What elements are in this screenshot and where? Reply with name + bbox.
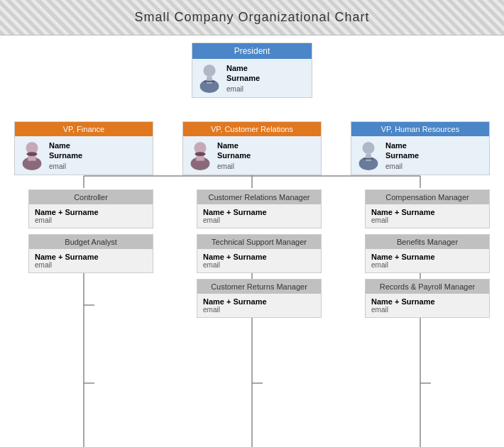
- vp-finance-email: email: [49, 162, 82, 170]
- managers-level: Controller Name + Surname email Budget A…: [14, 189, 490, 318]
- cr-manager-name: Name + Surname: [203, 208, 315, 216]
- chart-container: Small Company Organizational Chart: [0, 0, 504, 447]
- vp-finance-avatar: [19, 140, 45, 170]
- controller-box: Controller Name + Surname email: [28, 189, 153, 228]
- budget-analyst-name: Name + Surname: [35, 253, 147, 261]
- vp-level: VP, Finance Name Surname email: [14, 121, 490, 175]
- compensation-header: Compensation Manager: [366, 190, 489, 204]
- vp-hr-header: VP, Human Resources: [351, 122, 489, 136]
- compensation-name: Name + Surname: [371, 208, 483, 216]
- finance-managers: Controller Name + Surname email Budget A…: [14, 189, 153, 273]
- records-payroll-box: Records & Payroll Manager Name + Surname…: [365, 279, 490, 318]
- tech-support-email: email: [203, 261, 315, 269]
- svg-point-27: [195, 152, 205, 156]
- benefits-header: Benefits Manager: [366, 235, 489, 249]
- svg-point-16: [203, 65, 215, 77]
- president-avatar: [197, 63, 222, 93]
- vp-cr-header: VP, Customer Relations: [183, 122, 321, 136]
- customer-returns-box: Customer Returns Manager Name + Surname …: [197, 279, 322, 318]
- benefits-email: email: [371, 261, 483, 269]
- compensation-email: email: [371, 216, 483, 224]
- chart-title: Small Company Organizational Chart: [0, 0, 504, 35]
- records-payroll-name: Name + Surname: [371, 297, 483, 306]
- president-email: email: [226, 85, 260, 93]
- records-payroll-email: email: [371, 306, 483, 314]
- president-name: Name: [226, 63, 260, 73]
- tech-support-name: Name + Surname: [203, 253, 315, 261]
- vp-hr-name: Name: [385, 140, 419, 150]
- president-box: President Name Surname email: [192, 43, 312, 98]
- cr-managers: Customer Relations Manager Name + Surnam…: [182, 189, 322, 318]
- vp-hr-avatar: [356, 140, 381, 170]
- svg-point-23: [26, 152, 37, 156]
- cr-manager-box: Customer Relations Manager Name + Surnam…: [197, 189, 322, 228]
- controller-header: Controller: [29, 190, 153, 204]
- vp-finance-name: Name: [49, 140, 82, 150]
- hr-managers: Compensation Manager Name + Surname emai…: [351, 189, 490, 318]
- svg-rect-30: [366, 154, 371, 161]
- cr-manager-email: email: [203, 216, 315, 224]
- svg-rect-31: [363, 158, 373, 160]
- customer-returns-name: Name + Surname: [203, 297, 315, 306]
- svg-rect-18: [207, 77, 212, 84]
- tech-support-header: Technical Support Manager: [197, 235, 321, 249]
- president-level: President Name Surname email: [7, 43, 497, 98]
- svg-rect-19: [204, 81, 214, 82]
- compensation-box: Compensation Manager Name + Surname emai…: [365, 189, 490, 228]
- president-header: President: [192, 43, 312, 59]
- vp-finance-surname: Surname: [49, 150, 82, 160]
- vp-finance-header: VP, Finance: [15, 122, 153, 136]
- cr-manager-header: Customer Relations Manager: [197, 190, 321, 204]
- benefits-name: Name + Surname: [371, 253, 483, 261]
- controller-name: Name + Surname: [35, 208, 147, 216]
- budget-analyst-box: Budget Analyst Name + Surname email: [28, 234, 153, 273]
- vp-cr-name: Name: [217, 140, 251, 150]
- budget-analyst-header: Budget Analyst: [29, 235, 153, 249]
- vp-cr-avatar: [187, 140, 213, 170]
- vp-hr-email: email: [385, 162, 419, 170]
- vp-cr-surname: Surname: [217, 150, 251, 160]
- vp-finance-box: VP, Finance Name Surname email: [14, 121, 153, 175]
- president-surname: Surname: [226, 73, 260, 83]
- svg-point-28: [362, 142, 374, 154]
- benefits-box: Benefits Manager Name + Surname email: [365, 234, 490, 273]
- records-payroll-header: Records & Payroll Manager: [366, 280, 489, 294]
- vp-cr-box: VP, Customer Relations Name Surname emai…: [182, 121, 322, 175]
- budget-analyst-email: email: [35, 261, 147, 269]
- customer-returns-header: Customer Returns Manager: [197, 280, 321, 294]
- tech-support-box: Technical Support Manager Name + Surname…: [197, 234, 322, 273]
- controller-email: email: [35, 216, 147, 224]
- vp-hr-surname: Surname: [385, 150, 419, 160]
- vp-hr-box: VP, Human Resources Name Surname email: [351, 121, 490, 175]
- vp-cr-email: email: [217, 162, 251, 170]
- customer-returns-email: email: [203, 306, 315, 314]
